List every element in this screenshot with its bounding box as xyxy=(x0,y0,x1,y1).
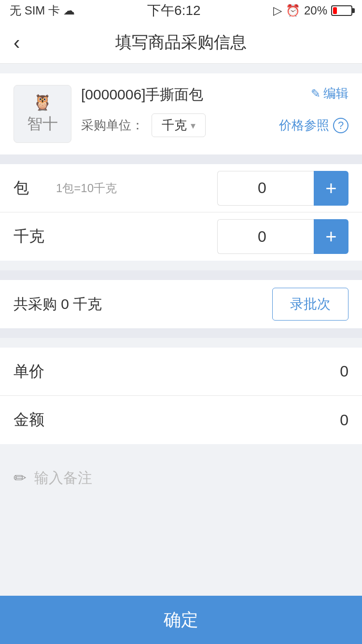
purchase-unit-label: 采购单位： xyxy=(81,117,144,134)
edit-button[interactable]: ✎ 编辑 xyxy=(311,85,348,102)
bao-input-right: + xyxy=(217,171,348,206)
battery-fill xyxy=(333,7,337,14)
divider-1 xyxy=(0,154,362,164)
product-name-row: [0000006]手撕面包 ✎ 编辑 xyxy=(81,85,348,105)
price-ref-button[interactable]: 价格参照 ? xyxy=(279,117,348,134)
product-info: [0000006]手撕面包 ✎ 编辑 采购单位： 千克 ▾ 价格参照 ? xyxy=(81,85,348,137)
summary-section: 共采购 0 千克 录批次 xyxy=(0,270,362,338)
bao-sublabel: 1包=10千克 xyxy=(56,181,117,196)
amount-row: 金额 0 xyxy=(0,396,362,444)
price-ref-label: 价格参照 xyxy=(279,117,329,134)
status-bar: 无 SIM 卡 ☁ 下午6:12 ▷ ⏰ 20% xyxy=(0,0,362,21)
pencil-icon: ✏ xyxy=(14,469,27,487)
kg-input-right: + xyxy=(217,219,348,254)
note-placeholder: 输入备注 xyxy=(34,468,92,488)
bao-input[interactable] xyxy=(217,171,314,206)
owl-icon: 🦉 xyxy=(33,93,52,112)
bao-label: 包 xyxy=(14,178,52,199)
battery-icon xyxy=(331,5,352,16)
unit-dropdown[interactable]: 千克 ▾ xyxy=(152,113,206,137)
amount-label: 金额 xyxy=(14,409,44,431)
alarm-icon: ⏰ xyxy=(286,4,300,17)
logo-text: 智十 xyxy=(27,113,58,135)
input-section: 包 1包=10千克 + 千克 + xyxy=(0,164,362,261)
help-icon: ? xyxy=(333,118,348,133)
kg-input-row: 千克 + xyxy=(0,212,362,261)
status-time: 下午6:12 xyxy=(147,1,201,20)
purchase-unit-row: 采购单位： 千克 ▾ 价格参照 ? xyxy=(81,113,348,137)
nav-bar: ‹ 填写商品采购信息 xyxy=(0,21,362,64)
battery-label: 20% xyxy=(304,4,327,17)
location-icon: ▷ xyxy=(273,4,282,17)
page-title: 填写商品采购信息 xyxy=(115,31,247,54)
status-left: 无 SIM 卡 ☁ xyxy=(10,3,75,18)
product-name: [0000006]手撕面包 xyxy=(81,85,203,105)
bao-plus-button[interactable]: + xyxy=(314,171,348,206)
kg-plus-button[interactable]: + xyxy=(314,219,348,254)
status-right: ▷ ⏰ 20% xyxy=(273,4,352,17)
sim-label: 无 SIM 卡 ☁ xyxy=(10,3,75,18)
back-button[interactable]: ‹ xyxy=(14,33,20,52)
unit-price-value: 0 xyxy=(340,363,348,380)
product-card: 🦉 智十 [0000006]手撕面包 ✎ 编辑 采购单位： 千克 ▾ 价格参照 … xyxy=(0,73,362,154)
unit-price-label: 单价 xyxy=(14,361,44,382)
product-logo: 🦉 智十 xyxy=(27,93,58,135)
unit-value: 千克 xyxy=(162,117,187,134)
dropdown-arrow-icon: ▾ xyxy=(191,120,195,131)
edit-label: 编辑 xyxy=(323,85,348,102)
unit-price-row: 单价 0 xyxy=(0,348,362,396)
divider-2 xyxy=(0,270,362,280)
edit-icon: ✎ xyxy=(311,87,320,100)
divider-3 xyxy=(0,328,362,338)
summary-label: 共采购 0 千克 xyxy=(14,294,102,314)
note-section[interactable]: ✏ 输入备注 xyxy=(0,454,362,502)
info-section: 单价 0 金额 0 xyxy=(0,348,362,444)
amount-value: 0 xyxy=(340,411,348,429)
summary-row: 共采购 0 千克 录批次 xyxy=(0,280,362,328)
kg-input[interactable] xyxy=(217,219,314,254)
kg-label: 千克 xyxy=(14,226,52,247)
batch-button[interactable]: 录批次 xyxy=(272,288,348,321)
product-image: 🦉 智十 xyxy=(14,85,71,143)
bao-input-row: 包 1包=10千克 + xyxy=(0,164,362,212)
confirm-button[interactable]: 确定 xyxy=(0,596,362,644)
